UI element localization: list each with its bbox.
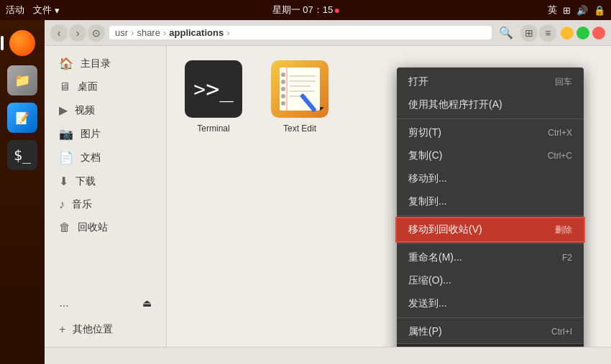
ctx-properties-label: 属性(P) xyxy=(408,325,442,338)
lang-indicator[interactable]: 英 xyxy=(548,4,557,17)
close-button[interactable] xyxy=(592,27,605,39)
sidebar: 🏠 主目录 🖥 桌面 ▶ 视频 📷 图片 📄 文档 xyxy=(45,46,167,347)
activities-button[interactable]: 活动 xyxy=(6,4,24,17)
clock: 星期一 07：15 xyxy=(272,4,339,17)
back-button[interactable]: ‹ xyxy=(50,24,68,42)
sidebar-item-downloads[interactable]: ⬇ 下载 xyxy=(49,170,162,192)
window-controls xyxy=(561,27,605,39)
history-button[interactable]: ⊙ xyxy=(88,24,105,42)
other-icon: + xyxy=(59,323,65,336)
ctx-send-to[interactable]: 发送到... xyxy=(397,292,584,315)
svg-point-7 xyxy=(281,101,285,106)
dock-firefox[interactable] xyxy=(5,26,40,60)
textedit-dock-icon: 📝 xyxy=(15,111,29,125)
nav-buttons: ‹ › ⊙ xyxy=(50,24,105,42)
content-area: 🏠 主目录 🖥 桌面 ▶ 视频 📷 图片 📄 文档 xyxy=(45,46,611,347)
ctx-send-to-label: 发送到... xyxy=(408,297,447,310)
file-item-textedit[interactable]: Text Edit xyxy=(267,60,332,134)
ctx-cut-shortcut: Ctrl+X xyxy=(548,128,572,138)
dock-files[interactable]: 📁 xyxy=(5,63,40,98)
ctx-rename-shortcut: F2 xyxy=(562,253,572,263)
file-item-terminal[interactable]: >_ Terminal xyxy=(181,60,246,134)
ctx-open-shortcut: 回车 xyxy=(555,76,572,88)
app-menu-chevron: ▾ xyxy=(55,5,60,16)
sidebar-label-docs: 文档 xyxy=(81,151,101,164)
ctx-compress[interactable]: 压缩(O)... xyxy=(397,269,584,292)
sidebar-label-desktop: 桌面 xyxy=(78,80,98,93)
dock-terminal[interactable]: $_ xyxy=(5,138,40,172)
network-icon[interactable]: ⊞ xyxy=(563,5,571,16)
sidebar-footer: … ⏏ xyxy=(45,288,166,318)
grid-view-button[interactable]: ⊞ xyxy=(520,24,538,42)
ctx-copy-shortcut: Ctrl+C xyxy=(548,151,572,161)
svg-point-6 xyxy=(281,94,285,98)
textedit-svg xyxy=(271,60,329,118)
home-icon: 🏠 xyxy=(59,57,73,70)
ctx-cut[interactable]: 剪切(T) Ctrl+X xyxy=(397,121,584,144)
ctx-open-label: 打开 xyxy=(408,75,428,88)
ctx-trash[interactable]: 移动到回收站(V) 删除 xyxy=(397,218,584,241)
ctx-copy-label: 复制(C) xyxy=(408,149,442,162)
maximize-button[interactable] xyxy=(576,27,589,39)
svg-point-3 xyxy=(281,73,285,77)
trash-icon: 🗑 xyxy=(59,221,70,234)
sidebar-label-downloads: 下载 xyxy=(75,175,96,188)
ctx-footer: 选中了"Text Editor" (710 字节) xyxy=(397,343,584,347)
user-icon[interactable]: 🔒 xyxy=(594,5,605,16)
terminal-app-icon: >_ xyxy=(185,60,242,118)
ctx-rename[interactable]: 重命名(M)... F2 xyxy=(397,246,584,269)
svg-point-4 xyxy=(281,80,285,84)
volume-icon[interactable]: 🔊 xyxy=(576,5,588,16)
download-icon: ⬇ xyxy=(59,174,68,188)
notification-dot xyxy=(334,9,339,13)
dock-textedit[interactable]: 📝 xyxy=(5,101,40,135)
sidebar-item-music[interactable]: ♪ 音乐 xyxy=(49,194,162,215)
ctx-copy[interactable]: 复制(C) Ctrl+C xyxy=(397,144,584,167)
sidebar-item-trash[interactable]: 🗑 回收站 xyxy=(49,217,162,238)
dock: 📁 📝 $_ xyxy=(0,20,45,364)
sidebar-item-eject[interactable]: ⏏ xyxy=(142,293,152,313)
doc-icon: 📄 xyxy=(59,151,73,164)
sidebar-label-home: 主目录 xyxy=(81,57,111,70)
file-label-textedit: Text Edit xyxy=(283,123,316,134)
file-manager-window: ‹ › ⊙ usr › share › applications › 🔍 ⊞ ≡ xyxy=(45,20,611,364)
titlebar: ‹ › ⊙ usr › share › applications › 🔍 ⊞ ≡ xyxy=(45,20,611,46)
terminal-dock-icon: $_ xyxy=(14,146,31,164)
main-container: 📁 📝 $_ ‹ › ⊙ usr › share xyxy=(0,20,611,364)
sidebar-item-docs[interactable]: 📄 文档 xyxy=(49,146,162,169)
search-button[interactable]: 🔍 xyxy=(496,23,516,43)
breadcrumb-share[interactable]: share xyxy=(137,27,160,38)
ctx-rename-label: 重命名(M)... xyxy=(408,251,462,264)
ctx-trash-shortcut: 删除 xyxy=(555,224,572,236)
sidebar-item-desktop[interactable]: 🖥 桌面 xyxy=(49,76,162,98)
ctx-sep-4 xyxy=(397,317,584,318)
breadcrumb-usr[interactable]: usr xyxy=(115,27,128,38)
ctx-open-with[interactable]: 使用其他程序打开(A) xyxy=(397,93,584,116)
app-menu[interactable]: 文件 ▾ xyxy=(33,4,60,17)
file-label-terminal: Terminal xyxy=(197,123,229,134)
desktop-icon: 🖥 xyxy=(59,80,70,93)
photo-icon: 📷 xyxy=(59,127,73,141)
sidebar-item-other[interactable]: + 其他位置 xyxy=(49,319,162,340)
list-view-button[interactable]: ≡ xyxy=(539,24,556,42)
sidebar-item-more[interactable]: … xyxy=(59,293,69,313)
breadcrumb-applications[interactable]: applications xyxy=(169,27,224,38)
sidebar-label-photos: 图片 xyxy=(81,128,101,141)
sidebar-item-home[interactable]: 🏠 主目录 xyxy=(49,52,162,75)
ctx-compress-label: 压缩(O)... xyxy=(408,274,451,287)
ctx-open[interactable]: 打开 回车 xyxy=(397,70,584,93)
ctx-properties[interactable]: 属性(P) Ctrl+I xyxy=(397,320,584,343)
view-buttons: ⊞ ≡ xyxy=(520,24,556,42)
eject-icon: ⏏ xyxy=(142,297,152,309)
ctx-move-to[interactable]: 移动到... xyxy=(397,167,584,190)
forward-button[interactable]: › xyxy=(69,24,86,42)
sidebar-label-trash: 回收站 xyxy=(78,221,108,234)
ctx-trash-label: 移动到回收站(V) xyxy=(408,223,482,236)
app-menu-label: 文件 xyxy=(33,4,52,17)
ctx-sep-3 xyxy=(397,243,584,244)
ctx-copy-to[interactable]: 复制到... xyxy=(397,190,584,213)
sidebar-item-photos[interactable]: 📷 图片 xyxy=(49,123,162,145)
svg-rect-1 xyxy=(280,67,320,111)
sidebar-item-video[interactable]: ▶ 视频 xyxy=(49,99,162,121)
minimize-button[interactable] xyxy=(561,27,574,39)
